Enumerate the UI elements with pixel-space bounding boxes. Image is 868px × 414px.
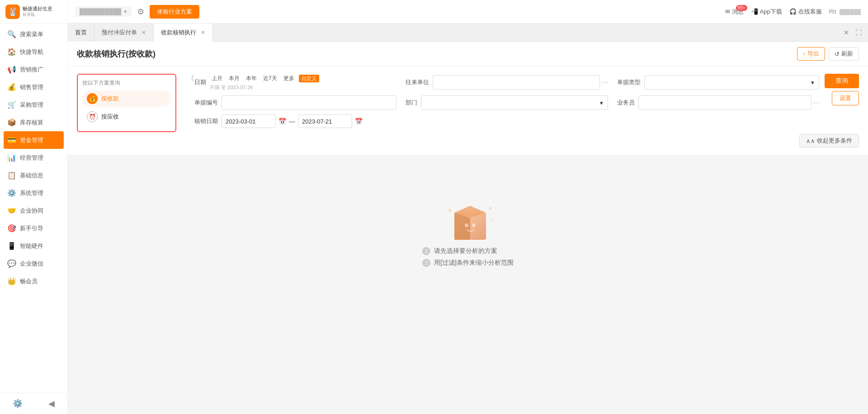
sidebar-item-purchase[interactable]: 🛒 采购管理 [0, 96, 67, 114]
sidebar-item-quicknav[interactable]: 🏠 快捷导航 [0, 43, 67, 61]
collapse-more-label: 收起更多条件 [817, 137, 852, 145]
logo-edition: 标准版 [23, 12, 52, 18]
expand-icon[interactable]: ⛶ [853, 27, 864, 38]
docno-input[interactable] [222, 95, 396, 110]
empty-step1: 1 请先选择要分析的方案 [422, 247, 514, 255]
tab-receipt-close[interactable]: ✕ [201, 29, 205, 36]
close-tab-icon[interactable]: ✕ [841, 27, 852, 38]
filter-scheme-panel: 按以下方案查询 💰 按收款 ⏰ 按应收 [77, 74, 176, 132]
inventory-icon: 📦 [7, 118, 16, 127]
sidebar-nav: 🔍 搜索菜单 🏠 快捷导航 📢 营销推广 💰 销售管理 🛒 采购管理 📦 库存核… [0, 24, 67, 393]
calendar-from-icon[interactable]: 📅 [278, 118, 286, 125]
app-download-link[interactable]: 📲 App下载 [751, 8, 782, 16]
receipt-option-icon: 💰 [87, 93, 98, 104]
query-button[interactable]: 查询 [825, 74, 859, 88]
company-selector[interactable]: ██████████ ▾ [75, 6, 132, 17]
dept-arrow: ▾ [600, 100, 603, 106]
sidebar-logo: 🐰 畅捷通好生意 标准版 [0, 0, 67, 24]
svg-point-7 [492, 219, 494, 221]
doctype-label: 单据类型 [617, 78, 641, 86]
sidebar-item-guide[interactable]: 🎯 新手引导 [0, 219, 67, 237]
sidebar-item-label: 资金管理 [20, 136, 43, 144]
date-last-month[interactable]: 上月 [210, 74, 224, 83]
sidebar-item-operation[interactable]: 📊 经营管理 [0, 149, 67, 167]
empty-step2: 2 用[过滤]条件来缩小分析范围 [422, 259, 514, 267]
date-unlimited-hint: 不限 至 2023-07-26 [210, 84, 396, 91]
page-title: 收款核销执行(按收款) [77, 48, 156, 65]
sidebar-item-member[interactable]: 👑 畅会员 [0, 272, 67, 290]
sidebar-item-sales[interactable]: 💰 销售管理 [0, 78, 67, 96]
verify-date-to[interactable] [298, 114, 352, 128]
basic-icon: 📋 [7, 171, 16, 180]
party-input[interactable] [433, 75, 600, 90]
sidebar-item-label: 新手引导 [20, 224, 43, 233]
doctype-select[interactable]: ▾ [644, 75, 819, 90]
staff-more-btn[interactable]: ··· [813, 95, 819, 110]
date-this-month[interactable]: 本月 [227, 74, 241, 83]
date-more[interactable]: 更多 [282, 74, 296, 83]
page-header-actions: ↑ 导出 ↺ 刷新 [797, 47, 859, 66]
sidebar: 🐰 畅捷通好生意 标准版 🔍 搜索菜单 🏠 快捷导航 📢 营销推广 💰 销售管理… [0, 0, 68, 414]
online-service-link[interactable]: 🎧 在线客服 [789, 8, 822, 16]
topbar-actions: ✉ 消息 99+ 📲 App下载 🎧 在线客服 Rit ██████ [725, 8, 861, 16]
date-custom-badge[interactable]: 自定义 [299, 75, 319, 82]
party-label: 往来单位 [406, 78, 429, 86]
tabbar: 首页 预付冲应付单 ✕ 收款核销执行 ✕ ✕ ⛶ [68, 24, 868, 42]
sidebar-item-search[interactable]: 🔍 搜索菜单 [0, 25, 67, 43]
filter-staff-field: 业务员 ··· [617, 95, 819, 110]
svg-point-5 [448, 209, 451, 212]
calendar-to-icon[interactable]: 📅 [355, 118, 363, 125]
sidebar-item-collab[interactable]: 🤝 企业协同 [0, 202, 67, 219]
party-more-btn[interactable]: ··· [602, 75, 608, 90]
settings-bottom-icon[interactable]: ⚙️ [13, 399, 23, 409]
step1-text: 请先选择要分析的方案 [434, 247, 497, 255]
purchase-icon: 🛒 [7, 100, 16, 109]
staff-input[interactable] [638, 95, 811, 110]
sidebar-item-marketing[interactable]: 📢 营销推广 [0, 61, 67, 78]
date-this-year[interactable]: 本年 [244, 74, 259, 83]
logo-text-block: 畅捷通好生意 标准版 [23, 5, 52, 18]
industry-solution-button[interactable]: 体验行业方案 [150, 5, 199, 19]
refresh-button[interactable]: ↺ 刷新 [829, 47, 859, 61]
collapse-panel-button[interactable]: 《 [187, 74, 194, 83]
filter-by-receipt[interactable]: 💰 按收款 [82, 90, 171, 107]
user-menu[interactable]: Rit ██████ [829, 8, 861, 15]
sidebar-item-label: 企业微信 [20, 260, 43, 268]
export-button[interactable]: ↑ 导出 [797, 47, 826, 61]
dropdown-icon: ▾ [124, 8, 127, 15]
tab-prepay-close[interactable]: ✕ [142, 29, 146, 36]
filter-docno-field: 单据编号 [194, 95, 396, 110]
date-7days[interactable]: 近7天 [261, 74, 279, 83]
system-icon: ⚙️ [7, 189, 16, 197]
tab-receipt[interactable]: 收款核销执行 ✕ [154, 24, 213, 42]
sidebar-item-system[interactable]: ⚙️ 系统管理 [0, 184, 67, 202]
sidebar-item-label: 畅会员 [20, 277, 38, 286]
tab-prepay[interactable]: 预付冲应付单 ✕ [94, 24, 154, 42]
tab-receipt-label: 收款核销执行 [161, 29, 196, 37]
user-name: Rit [829, 8, 836, 15]
dept-select[interactable]: ▾ [421, 95, 608, 110]
tab-prepay-label: 预付冲应付单 [102, 29, 137, 37]
message-button[interactable]: ✉ 消息 99+ [725, 8, 744, 16]
sidebar-item-basic[interactable]: 📋 基础信息 [0, 167, 67, 184]
step2-text: 用[过滤]条件来缩小分析范围 [434, 259, 514, 267]
step1-badge: 1 [422, 247, 430, 255]
sidebar-item-finance[interactable]: 💳 资金管理 [4, 131, 64, 149]
verify-date-from[interactable] [222, 114, 276, 128]
sidebar-item-label: 企业协同 [20, 207, 43, 215]
setting-button[interactable]: 设置 [832, 91, 859, 105]
empty-illustration [441, 195, 495, 240]
settings-icon[interactable]: ⚙ [137, 7, 144, 17]
member-icon: 👑 [7, 277, 16, 286]
download-icon: 📲 [751, 8, 758, 15]
collapse-more-button[interactable]: ∧∧ 收起更多条件 [799, 134, 859, 148]
tab-home[interactable]: 首页 [68, 24, 94, 42]
sidebar-item-hardware[interactable]: 📱 智能硬件 [0, 237, 67, 255]
guide-icon: 🎯 [7, 224, 16, 233]
collapse-sidebar-icon[interactable]: ◀ [48, 399, 55, 409]
sidebar-item-inventory[interactable]: 📦 库存核算 [0, 114, 67, 131]
filter-by-receivable[interactable]: ⏰ 按应收 [82, 109, 171, 125]
staff-label: 业务员 [617, 99, 635, 107]
sidebar-item-wechat[interactable]: 💬 企业微信 [0, 255, 67, 272]
select-arrow: ▾ [811, 79, 814, 86]
